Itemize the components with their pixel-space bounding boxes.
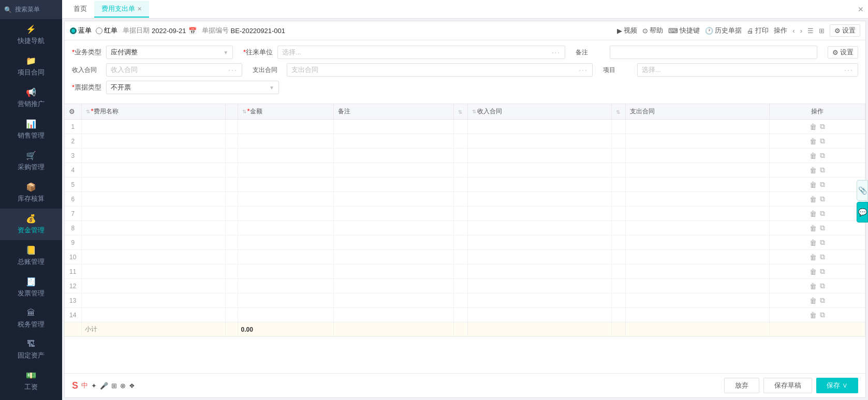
settings-button[interactable]: ⚙ 设置 [830,24,860,37]
gear-icon-3[interactable]: ⚙ [69,108,75,115]
chat-button[interactable]: 💬 [857,202,868,223]
cell-expense-contract[interactable] [625,250,769,264]
delete-row-button[interactable]: 🗑 [810,239,817,247]
cell-expense-contract[interactable] [625,149,769,163]
copy-row-button[interactable]: ⧉ [820,253,825,261]
cell-income-contract[interactable] [467,235,611,250]
cell-note[interactable] [333,264,453,279]
history-action[interactable]: 🕐 历史单据 [705,26,742,35]
delete-row-button[interactable]: 🗑 [810,210,817,218]
cell-note[interactable] [333,221,453,235]
radio-red[interactable]: 红单 [96,26,117,35]
cell-note[interactable] [333,134,453,149]
cell-note[interactable] [333,192,453,206]
business-type-input[interactable]: 应付调整 ▼ [106,46,233,59]
cell-expense-contract[interactable] [625,177,769,192]
expense-contract-input[interactable]: 支出合同 ··· [287,63,593,77]
sidebar-item-ops-mgmt[interactable]: 📈经营管理 [0,397,62,400]
delete-row-button[interactable]: 🗑 [810,123,817,131]
note-input[interactable] [610,46,817,59]
copy-row-button[interactable]: ⧉ [820,209,825,218]
cell-amount[interactable] [238,120,333,134]
delete-row-button[interactable]: 🗑 [810,195,817,203]
cell-note[interactable] [333,177,453,192]
cell-income-contract[interactable] [467,120,611,134]
field-settings-button[interactable]: ⚙ 设置 [828,46,858,58]
prev-record-button[interactable]: ‹ [792,27,795,35]
sidebar-item-general-ledger[interactable]: 📒总账管理 [0,240,62,272]
cell-expense-name[interactable] [81,134,225,149]
next-record-button[interactable]: › [800,27,802,35]
delete-row-button[interactable]: 🗑 [810,297,817,305]
cell-expense-contract[interactable] [625,221,769,235]
more-action[interactable]: 操作 [774,26,787,35]
tab-close-icon[interactable]: ✕ [137,6,142,12]
tab-费用支出单[interactable]: 费用支出单✕ [94,1,149,18]
radio-blue[interactable]: 蓝单 [70,26,92,35]
cell-income-contract[interactable] [467,192,611,206]
cell-expense-contract[interactable] [625,206,769,221]
cell-note[interactable] [333,279,453,293]
delete-row-button[interactable]: 🗑 [810,166,817,174]
cell-expense-contract[interactable] [625,192,769,206]
cell-amount[interactable] [238,221,333,235]
help-action[interactable]: ⊙ 帮助 [642,26,663,35]
cell-expense-contract[interactable] [625,293,769,308]
copy-row-button[interactable]: ⧉ [820,195,825,203]
cell-expense-name[interactable] [81,221,225,235]
delete-row-button[interactable]: 🗑 [810,311,817,319]
cell-expense-name[interactable] [81,149,225,163]
cell-amount[interactable] [238,177,333,192]
cell-amount[interactable] [238,308,333,322]
copy-row-button[interactable]: ⧉ [820,310,825,319]
cell-expense-name[interactable] [81,250,225,264]
tab-首页[interactable]: 首页 [66,1,94,18]
cell-income-contract[interactable] [467,308,611,322]
cell-expense-name[interactable] [81,264,225,279]
calendar-icon[interactable]: 📅 [188,27,197,35]
delete-row-button[interactable]: 🗑 [810,268,817,276]
cell-note[interactable] [333,308,453,322]
cell-expense-contract[interactable] [625,235,769,250]
cell-note[interactable] [333,250,453,264]
copy-row-button[interactable]: ⧉ [820,282,825,290]
sidebar-item-quick-nav[interactable]: ⚡快捷导航 [0,19,62,51]
cell-amount[interactable] [238,264,333,279]
video-action[interactable]: ▶ 视频 [617,26,637,35]
cell-note[interactable] [333,235,453,250]
delete-row-button[interactable]: 🗑 [810,253,817,261]
cell-income-contract[interactable] [467,250,611,264]
sidebar-item-marketing[interactable]: 📢营销推广 [0,82,62,114]
cell-amount[interactable] [238,163,333,177]
copy-row-button[interactable]: ⧉ [820,180,825,189]
cell-amount[interactable] [238,279,333,293]
copy-row-button[interactable]: ⧉ [820,238,825,247]
print-action[interactable]: 🖨 打印 [747,26,769,35]
cell-income-contract[interactable] [467,134,611,149]
sidebar-search[interactable]: 🔍 搜索菜单 [0,0,62,19]
copy-row-button[interactable]: ⧉ [820,151,825,160]
cell-expense-name[interactable] [81,206,225,221]
sidebar-item-sales-mgmt[interactable]: 📊销售管理 [0,114,62,145]
cell-amount[interactable] [238,149,333,163]
copy-row-button[interactable]: ⧉ [820,122,825,131]
cell-note[interactable] [333,206,453,221]
cell-income-contract[interactable] [467,163,611,177]
cell-income-contract[interactable] [467,221,611,235]
cell-amount[interactable] [238,134,333,149]
copy-row-button[interactable]: ⧉ [820,166,825,174]
delete-row-button[interactable]: 🗑 [810,152,817,160]
project-input[interactable]: 选择... ··· [637,63,858,77]
copy-row-button[interactable]: ⧉ [820,224,825,232]
cell-expense-name[interactable] [81,192,225,206]
cell-expense-contract[interactable] [625,308,769,322]
sidebar-item-tax[interactable]: 🏛税务管理 [0,303,62,334]
save-button[interactable]: 保存 ∨ [816,378,858,393]
sidebar-item-invoice[interactable]: 🧾发票管理 [0,272,62,303]
cell-income-contract[interactable] [467,177,611,192]
copy-row-button[interactable]: ⧉ [820,296,825,305]
sidebar-item-purchase[interactable]: 🛒采购管理 [0,145,62,177]
cell-note[interactable] [333,293,453,308]
list-view-button[interactable]: ☰ [807,27,814,35]
sidebar-item-payroll[interactable]: 💵工资 [0,365,62,397]
